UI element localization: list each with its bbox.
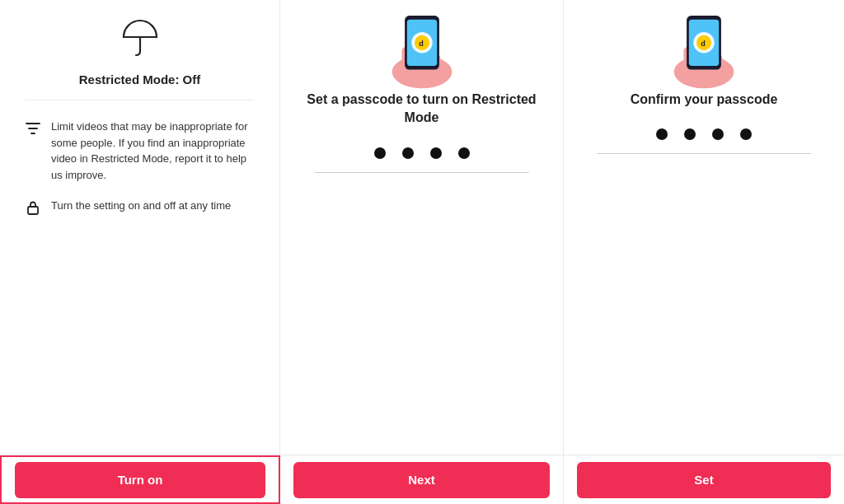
right-panel: d Confirm your passcode [564,0,844,455]
right-underline [597,153,811,154]
middle-phone-illustration: d [373,8,471,91]
bottom-left-section: Turn on [0,455,280,504]
feature-text-1: Limit videos that may be inappropriate f… [51,119,255,183]
main-content: Restricted Mode: Off Limit videos that m… [0,0,844,455]
bottom-middle-section: Next [280,455,564,504]
set-button[interactable]: Set [577,462,831,498]
next-button[interactable]: Next [293,462,550,498]
dot-3 [430,147,442,159]
feature-item-1: Limit videos that may be inappropriate f… [25,119,255,183]
lock-icon [25,199,41,220]
right-passcode-dots [656,128,752,140]
svg-rect-1 [28,207,38,214]
dot-4 [458,147,470,159]
middle-passcode-dots [374,147,470,159]
feature-item-2: Turn the setting on and off at any time [25,198,255,220]
filter-icon [25,120,41,141]
middle-underline [315,172,529,173]
right-dot-3 [712,128,724,140]
left-panel-header: Restricted Mode: Off [25,16,255,100]
feature-list: Limit videos that may be inappropriate f… [25,119,255,220]
left-panel: Restricted Mode: Off Limit videos that m… [0,0,280,455]
right-phone-illustration: d [654,8,753,91]
left-panel-title: Restricted Mode: Off [79,72,201,86]
bottom-right-section: Set [564,455,844,504]
svg-text:d: d [701,40,706,48]
umbrella-icon [120,16,161,66]
dot-1 [374,147,386,159]
right-heading: Confirm your passcode [631,91,778,109]
right-dot-2 [684,128,696,140]
dot-2 [402,147,414,159]
middle-heading: Set a passcode to turn on Restricted Mod… [305,91,538,128]
turn-on-button[interactable]: Turn on [15,462,265,498]
middle-panel: d Set a passcode to turn on Restricted M… [280,0,564,455]
svg-text:d: d [419,40,424,48]
bottom-bar: Turn on Next Set [0,455,844,504]
right-dot-4 [740,128,752,140]
right-dot-1 [656,128,668,140]
feature-text-2: Turn the setting on and off at any time [51,198,231,214]
